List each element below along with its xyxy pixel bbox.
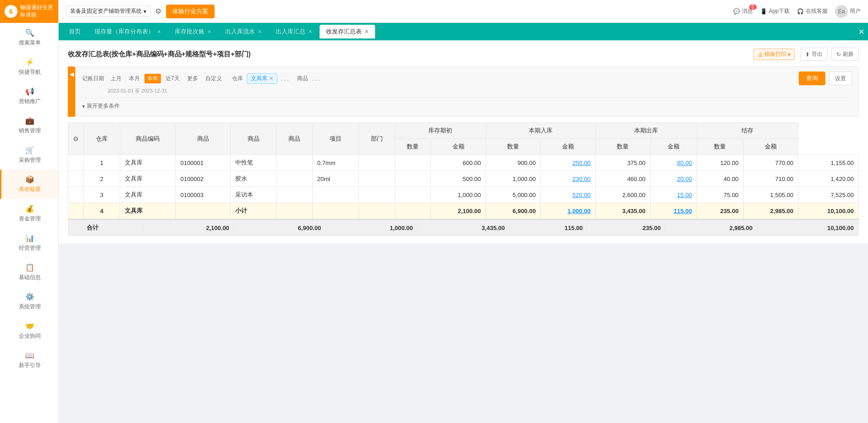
cell-in-qty[interactable]: 520.00 <box>541 187 596 203</box>
warehouse-filter: 仓库 文具库 ✕ ... <box>232 73 290 84</box>
online-service-button[interactable]: 🎧 在线客服 <box>797 7 828 15</box>
tab-flow[interactable]: 出入库流水 ✕ <box>219 25 268 38</box>
tab-receive-summary[interactable]: 收发存汇总表 ✕ <box>320 25 375 38</box>
finance-icon: 💰 <box>25 204 34 213</box>
filter-expand-row: ▾ 展开更多条件 <box>82 97 852 110</box>
export-button[interactable]: ⬆ 导出 <box>800 48 828 61</box>
cell-bal-qty: 2,985.00 <box>743 203 798 219</box>
th-dept: 部门 <box>359 123 395 155</box>
cell-out-amt: 235.00 <box>697 203 743 219</box>
cell-bal-amt: 1,420.00 <box>798 171 859 187</box>
template-print-button[interactable]: 🖨 模板打印 ▾ <box>753 49 795 60</box>
cell-in-qty[interactable]: 1,000.00 <box>541 203 596 219</box>
cell-warehouse: 文具库 <box>120 155 176 171</box>
cell-in-qty[interactable]: 230.00 <box>541 171 596 187</box>
total-bal-qty: 2,985.00 <box>665 220 757 236</box>
cell-bal-amt: 10,100.00 <box>798 203 859 219</box>
setting-button[interactable]: 设置 <box>829 71 852 85</box>
chevron-down-icon: ▾ <box>144 8 146 15</box>
table-settings-icon[interactable]: ⚙ <box>73 135 79 143</box>
cell-out-qty[interactable]: 20.00 <box>650 171 697 187</box>
th-in-qty: 数量 <box>486 139 541 155</box>
warehouse-tag-close[interactable]: ✕ <box>269 76 273 82</box>
goods-more-icon[interactable]: ... <box>312 74 321 82</box>
th-in-amt: 金额 <box>541 139 596 155</box>
logo-icon: 6 <box>5 5 17 18</box>
cell-out-qty[interactable]: 80.00 <box>650 155 697 171</box>
tab-close-icon[interactable]: ✕ <box>365 29 369 35</box>
inventory-icon: 📦 <box>25 175 34 184</box>
cell-in-qty[interactable]: 250.00 <box>541 155 596 171</box>
date-filter: 记账日期 上月 本月 本年 近7天 更多 自定义 <box>82 74 225 83</box>
app-download-button[interactable]: 📱 App下载 <box>760 7 790 15</box>
cell-project <box>359 187 395 203</box>
th-spec: 商品 <box>276 123 313 155</box>
sidebar-item-purchase[interactable]: 🛒 采购管理 <box>0 140 58 170</box>
sidebar-item-marketing[interactable]: 📢 营销推广 <box>0 82 58 111</box>
th-name2: 商品 <box>231 123 276 155</box>
th-begin-qty: 数量 <box>395 139 431 155</box>
th-begin: 库存期初 <box>395 123 486 139</box>
date-btn-this-year[interactable]: 本年 <box>144 74 161 83</box>
refresh-button[interactable]: ↻ 刷新 <box>831 48 859 61</box>
user-menu[interactable]: Ea 用户 <box>835 5 861 18</box>
tab-close-icon[interactable]: ✕ <box>157 29 161 35</box>
cell-out-qty[interactable]: 15.00 <box>650 187 697 203</box>
cell-project <box>359 155 395 171</box>
expand-more-button[interactable]: ▾ 展开更多条件 <box>82 102 852 110</box>
cell-bal-qty: 710.00 <box>743 171 798 187</box>
tab-batch[interactable]: 库存批次账 ✕ <box>168 25 218 38</box>
date-btn-last-month[interactable]: 上月 <box>108 74 124 83</box>
tab-home[interactable]: 首页 <box>62 25 87 38</box>
tab-close-icon[interactable]: ✕ <box>207 29 211 35</box>
cell-spec <box>312 187 359 203</box>
sidebar-item-inventory[interactable]: 📦 库存核算 <box>0 170 58 199</box>
tab-summary[interactable]: 出入库汇总 ✕ <box>269 25 319 38</box>
sidebar: 6 畅捷通好生意 标准版 🔍 搜索菜单 ⚡ 快捷导航 📢 营销推广 💼 销 <box>0 0 59 423</box>
th-out: 本期出库 <box>596 123 697 139</box>
sidebar-item-search[interactable]: 🔍 搜索菜单 <box>0 23 58 52</box>
sidebar-item-system[interactable]: ⚙️ 系统管理 <box>0 287 58 316</box>
cell-no: 2 <box>84 171 120 187</box>
system-selector[interactable]: 装备及固定资产辅助管理系统 ▾ <box>66 5 150 17</box>
page-title: 收发存汇总表(按仓库+商品编码+商品+规格型号+项目+部门) <box>68 50 251 59</box>
cell-spec: 0.7mm <box>312 155 359 171</box>
filter-collapse-btn[interactable]: ◀ <box>68 66 75 117</box>
message-icon: 💬 <box>733 8 740 15</box>
cooperation-icon: 🤝 <box>25 322 34 330</box>
date-btn-this-month[interactable]: 本月 <box>126 74 143 83</box>
sidebar-item-basic-info[interactable]: 📋 基础信息 <box>0 258 58 287</box>
message-badge: 6 <box>749 5 757 10</box>
total-in-amt: 3,435.00 <box>418 220 509 236</box>
sidebar-item-finance[interactable]: 💰 资金管理 <box>0 199 58 228</box>
cell-code <box>176 203 231 219</box>
cell-out-qty[interactable]: 115.00 <box>650 203 697 219</box>
sidebar-item-guide[interactable]: 📖 新手引导 <box>0 346 58 375</box>
tab-bar-close-icon[interactable]: ✕ <box>858 27 864 36</box>
sidebar-item-sales[interactable]: 💼 销售管理 <box>0 111 58 140</box>
date-btn-7days[interactable]: 近7天 <box>163 74 182 83</box>
th-out-qty: 数量 <box>596 139 651 155</box>
experience-button[interactable]: 体验行业方案 <box>166 5 215 18</box>
tab-close-icon[interactable]: ✕ <box>308 29 312 35</box>
sidebar-item-quicknav[interactable]: ⚡ 快捷导航 <box>0 52 58 82</box>
sidebar-item-cooperation[interactable]: 🤝 企业协同 <box>0 316 58 346</box>
date-btn-custom[interactable]: 自定义 <box>203 74 225 83</box>
th-out-amt: 金额 <box>650 139 697 155</box>
tab-inventory-dist[interactable]: 现存量（库存分布表） ✕ <box>88 25 167 38</box>
message-button[interactable]: 💬 消息 6 <box>733 7 753 15</box>
tab-close-icon[interactable]: ✕ <box>258 29 262 35</box>
top-bar: 装备及固定资产辅助管理系统 ▾ ⚙ 体验行业方案 💬 消息 6 📱 App下载 … <box>59 0 868 23</box>
date-btn-more[interactable]: 更多 <box>184 74 201 83</box>
query-button[interactable]: 查询 <box>799 71 825 85</box>
cell-bal-qty: 770.00 <box>743 155 798 171</box>
total-begin-qty: 2,100.00 <box>142 220 234 236</box>
th-bal-amt: 金额 <box>743 139 798 155</box>
th-project: 项目 <box>312 123 359 155</box>
sidebar-item-management[interactable]: 📊 经营管理 <box>0 228 58 258</box>
cell-project <box>359 171 395 187</box>
cell-dept <box>395 171 431 187</box>
th-code: 商品编码 <box>120 123 176 155</box>
settings-gear-icon[interactable]: ⚙ <box>155 7 161 16</box>
warehouse-more-icon[interactable]: ... <box>281 74 290 82</box>
